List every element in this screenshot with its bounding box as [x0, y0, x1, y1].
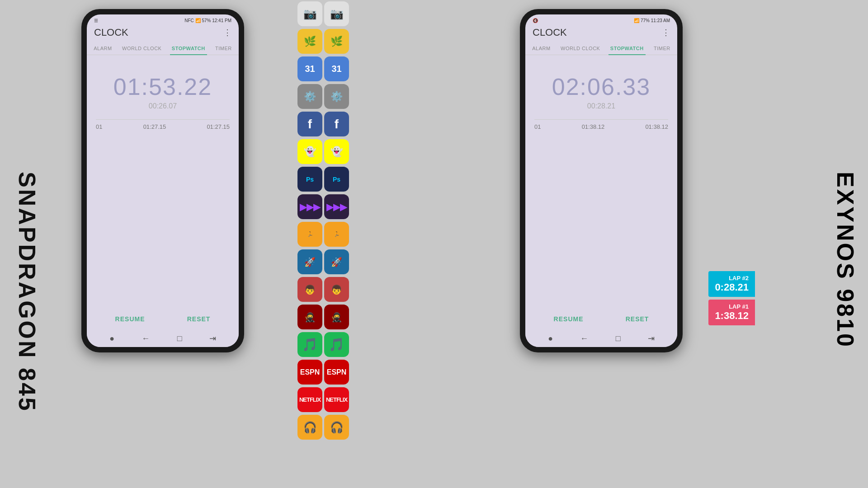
- left-tab-nav: ALARM WORLD CLOCK STOPWATCH TIMER: [87, 42, 239, 55]
- audible-icon-left[interactable]: 🎧: [297, 415, 322, 440]
- left-bottom-buttons: RESUME RESET: [87, 308, 239, 330]
- right-lap1-badge: LAP #1 1:38.12: [708, 300, 755, 325]
- right-status-mute-icon: 🔇: [533, 18, 538, 23]
- right-tab-alarm[interactable]: ALARM: [530, 42, 552, 55]
- left-phone-body: ☰ NFC 📶 57% 12:41 PM CLOCK ⋮ ALARM WORLD…: [81, 9, 244, 352]
- right-status-bar: 🔇 📶 77% 11:23 AM: [525, 14, 677, 25]
- left-resume-button[interactable]: RESUME: [115, 315, 145, 323]
- right-clock-header: CLOCK ⋮: [525, 25, 677, 42]
- spotify-icon-left[interactable]: 🎵: [297, 332, 322, 357]
- icon-row-espn: ESPN ESPN: [297, 358, 349, 386]
- shadowfight-icon-right[interactable]: 🥷: [324, 305, 349, 329]
- left-tab-worldclock[interactable]: WORLD CLOCK: [120, 42, 163, 55]
- icon-row-facebook: f f: [297, 110, 349, 138]
- pleco-icon-right[interactable]: 🌿: [324, 29, 349, 54]
- music-icon-left[interactable]: ▶▶▶: [297, 194, 322, 219]
- settings-icon-right[interactable]: ⚙️: [324, 84, 349, 109]
- icon-row-settings: ⚙️ ⚙️: [297, 83, 349, 110]
- icon-row-bully: 👦 👦: [297, 276, 349, 303]
- calendar-icon-right[interactable]: 31: [324, 56, 349, 81]
- right-stopwatch-time: 02:06.33: [552, 73, 651, 100]
- left-tab-alarm[interactable]: ALARM: [92, 42, 113, 55]
- left-lap-list: 01 01:27.15 01:27.15: [87, 110, 239, 134]
- icon-row-shadow: 🥷 🥷: [297, 303, 349, 331]
- netflix-icon-left[interactable]: NETFLIX: [297, 387, 322, 412]
- icon-row-pleco: 🌿 🌿: [297, 28, 349, 55]
- right-resume-button[interactable]: RESUME: [554, 315, 584, 323]
- audible-icon-right[interactable]: 🎧: [324, 415, 349, 440]
- left-tab-stopwatch[interactable]: STOPWATCH: [170, 42, 207, 55]
- subway-icon-right[interactable]: 🏃: [324, 222, 349, 247]
- left-clock-title: CLOCK: [94, 27, 128, 38]
- table-row: 01 01:27.15 01:27.15: [96, 119, 230, 134]
- subway-icon-left[interactable]: 🏃: [297, 222, 322, 247]
- right-stopwatch-sub: 00:28.21: [587, 102, 615, 110]
- left-stopwatch-sub: 00:26.07: [149, 102, 177, 110]
- left-nav-bar: ● ← □ ⇥: [87, 330, 239, 347]
- right-reset-button[interactable]: RESET: [626, 315, 649, 323]
- facebook-icon-left[interactable]: f: [297, 112, 322, 136]
- right-phone-screen: 🔇 📶 77% 11:23 AM CLOCK ⋮ ALARM WORLD CLO…: [525, 14, 677, 347]
- left-stopwatch-main: 01:53.22 00:26.07 01 01:27.15 01:27.15: [87, 55, 239, 308]
- right-recents-icon[interactable]: □: [616, 334, 621, 343]
- app-icon-strip: 📷 📷 🌿 🌿 31 31 ⚙️ ⚙️ f f 👻 👻 Ps Ps ▶▶▶ ▶▶…: [294, 0, 353, 488]
- left-clock-header: CLOCK ⋮: [87, 25, 239, 42]
- left-status-right: NFC 📶 57% 12:41 PM: [184, 18, 231, 23]
- music-icon-right[interactable]: ▶▶▶: [324, 194, 349, 219]
- icon-row-music: ▶▶▶ ▶▶▶: [297, 193, 349, 221]
- table-row: 01 01:38.12 01:38.12: [534, 119, 668, 134]
- photoshop-icon-right[interactable]: Ps: [324, 167, 349, 192]
- right-phone-body: 🔇 📶 77% 11:23 AM CLOCK ⋮ ALARM WORLD CLO…: [520, 9, 683, 352]
- left-reset-button[interactable]: RESET: [187, 315, 211, 323]
- icon-row-subway: 🏃 🏃: [297, 221, 349, 248]
- espn-icon-right[interactable]: ESPN: [324, 360, 349, 385]
- right-tab-worldclock[interactable]: WORLD CLOCK: [559, 42, 602, 55]
- jetpack-icon-right[interactable]: 🚀: [324, 249, 349, 274]
- camera-icon-right[interactable]: 📷: [324, 1, 349, 26]
- right-phone: LAP #2 0:28.21 LAP #1 1:38.12 🔇 📶 77% 11…: [520, 9, 683, 352]
- facebook-icon-right[interactable]: f: [324, 112, 349, 136]
- camera-icon-left[interactable]: 📷: [297, 1, 322, 26]
- right-brand: EXYNOS 9810: [832, 172, 859, 348]
- icon-row-netflix: NETFLIX NETFLIX: [297, 386, 349, 413]
- shadowfight-icon-left[interactable]: 🥷: [297, 305, 322, 329]
- left-recents-icon[interactable]: □: [177, 334, 182, 343]
- bully-icon-right[interactable]: 👦: [324, 277, 349, 302]
- espn-icon-left[interactable]: ESPN: [297, 360, 322, 385]
- left-brand: SNAPDRAGON 845: [14, 172, 41, 413]
- right-lap-list: 01 01:38.12 01:38.12: [525, 110, 677, 134]
- left-status-icon: ☰: [94, 18, 98, 23]
- left-more-button[interactable]: ⋮: [223, 28, 231, 38]
- left-status-bar: ☰ NFC 📶 57% 12:41 PM: [87, 14, 239, 25]
- right-stopwatch-main: 02:06.33 00:28.21 01 01:38.12 01:38.12: [525, 55, 677, 308]
- left-phone: LAP #2 0:26.07 LAP #1 1:27.15 ☰ NFC 📶 57…: [81, 9, 244, 352]
- right-split-icon[interactable]: ⇥: [648, 333, 655, 343]
- jetpack-icon-left[interactable]: 🚀: [297, 249, 322, 274]
- right-tab-timer[interactable]: TIMER: [652, 42, 672, 55]
- right-home-dot-icon[interactable]: ●: [548, 334, 553, 343]
- netflix-icon-right[interactable]: NETFLIX: [324, 387, 349, 412]
- left-back-icon[interactable]: ←: [142, 334, 150, 343]
- right-status-right: 📶 77% 11:23 AM: [634, 18, 670, 23]
- left-tab-timer[interactable]: TIMER: [213, 42, 234, 55]
- left-home-dot-icon[interactable]: ●: [109, 334, 114, 343]
- icon-row-snapchat: 👻 👻: [297, 138, 349, 165]
- bully-icon-left[interactable]: 👦: [297, 277, 322, 302]
- pleco-icon-left[interactable]: 🌿: [297, 29, 322, 54]
- left-split-icon[interactable]: ⇥: [209, 333, 216, 343]
- calendar-icon-left[interactable]: 31: [297, 56, 322, 81]
- photoshop-icon-left[interactable]: Ps: [297, 167, 322, 192]
- right-more-button[interactable]: ⋮: [662, 28, 670, 38]
- right-nav-bar: ● ← □ ⇥: [525, 330, 677, 347]
- snapchat-icon-left[interactable]: 👻: [297, 139, 322, 164]
- right-back-icon[interactable]: ←: [580, 334, 588, 343]
- spotify-icon-right[interactable]: 🎵: [324, 332, 349, 357]
- left-phone-screen: ☰ NFC 📶 57% 12:41 PM CLOCK ⋮ ALARM WORLD…: [87, 14, 239, 347]
- settings-icon-left[interactable]: ⚙️: [297, 84, 322, 109]
- right-clock-title: CLOCK: [533, 27, 567, 38]
- snapchat-icon-right[interactable]: 👻: [324, 139, 349, 164]
- icon-row-camera: 📷 📷: [297, 0, 349, 28]
- right-lap2-badge: LAP #2 0:28.21: [708, 271, 755, 297]
- icon-row-audible: 🎧 🎧: [297, 413, 349, 441]
- right-tab-stopwatch[interactable]: STOPWATCH: [609, 42, 646, 55]
